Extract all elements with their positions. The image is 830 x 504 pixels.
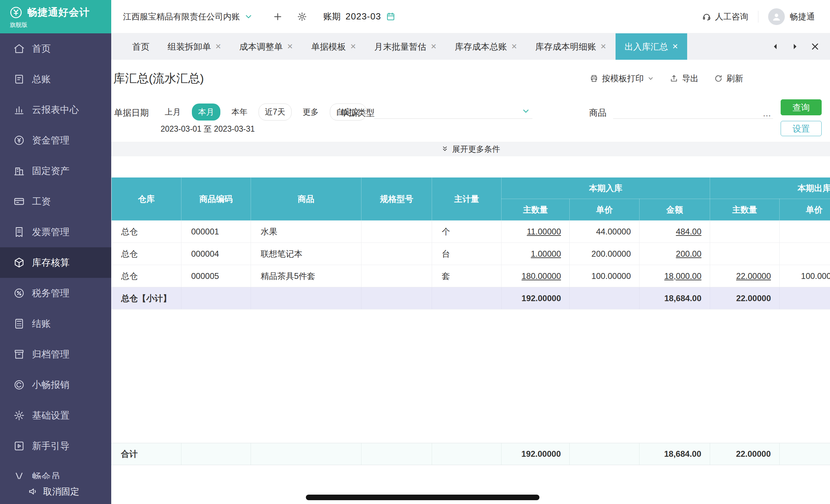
- tab-doc-template[interactable]: 单据模板✕: [302, 33, 365, 60]
- close-tab-icon[interactable]: ✕: [431, 42, 437, 51]
- table-cell: 总仓: [112, 265, 181, 287]
- settings-gear-button[interactable]: [297, 11, 307, 22]
- export-button[interactable]: 导出: [669, 73, 699, 84]
- gear-icon: [13, 410, 25, 421]
- brand-edition: 旗舰版: [9, 21, 111, 29]
- sidebar-item-cloud-reports[interactable]: 云报表中心: [0, 94, 111, 125]
- drill-down-link[interactable]: 1.00000: [502, 243, 570, 265]
- sidebar-item-reimbursement[interactable]: 小畅报销: [0, 370, 111, 400]
- tab-scroll-left-icon[interactable]: [771, 42, 780, 51]
- sidebar-item-label: 基础设置: [32, 409, 70, 422]
- sidebar-item-fixed-assets[interactable]: 固定资产: [0, 156, 111, 186]
- sidebar-item-inventory[interactable]: 库存核算: [0, 247, 111, 278]
- date-option-more[interactable]: 更多: [296, 104, 325, 121]
- sidebar-item-payroll[interactable]: 工资: [0, 186, 111, 217]
- page-content: 库汇总(流水汇总) 按模板打印 导出 刷新 单据日期: [111, 60, 830, 504]
- chevron-down-icon: [521, 107, 530, 116]
- sidebar-item-label: 工资: [32, 195, 51, 208]
- user-name[interactable]: 畅捷通: [790, 11, 815, 22]
- query-button[interactable]: 查询: [781, 99, 822, 115]
- date-option-this-year[interactable]: 本年: [225, 104, 254, 121]
- table-cell: [710, 243, 780, 265]
- expand-more-conditions[interactable]: 展开更多条件: [111, 142, 830, 156]
- table-cell: [361, 265, 432, 287]
- table-cell: [780, 221, 830, 243]
- period-value[interactable]: 2023-03: [345, 11, 381, 22]
- percent-icon: [13, 287, 25, 299]
- close-tab-icon[interactable]: ✕: [672, 42, 678, 51]
- sidebar-item-archive[interactable]: 归档管理: [0, 339, 111, 370]
- filter-settings-button[interactable]: 设置: [781, 121, 822, 136]
- table-cell: [361, 221, 432, 243]
- sidebar-item-label: 总账: [32, 73, 51, 85]
- sidebar-item-funds[interactable]: 资金管理: [0, 125, 111, 156]
- period-label: 账期: [323, 11, 341, 22]
- support-button[interactable]: 人工咨询: [702, 11, 748, 22]
- sidebar-item-label: 资金管理: [32, 134, 70, 147]
- table-body: 总仓000001水果个11.0000044.00000484.00总仓00000…: [112, 221, 830, 309]
- chevron-down-icon: [244, 12, 253, 21]
- tab-cost-adjustment[interactable]: 成本调整单✕: [230, 33, 302, 60]
- table-cell: 18,684.00: [640, 287, 710, 309]
- close-tab-icon[interactable]: ✕: [600, 42, 607, 51]
- sidebar-item-invoices[interactable]: 发票管理: [0, 217, 111, 247]
- table-cell: 192.00000: [501, 443, 569, 465]
- col-header: 商品编码: [181, 177, 251, 221]
- close-tab-icon[interactable]: ✕: [287, 42, 293, 51]
- close-tab-icon[interactable]: ✕: [350, 42, 356, 51]
- sidebar-item-settings[interactable]: 基础设置: [0, 400, 111, 431]
- tab-home[interactable]: 首页: [123, 33, 158, 60]
- close-tab-icon[interactable]: ✕: [215, 42, 221, 51]
- sidebar-item-label: 新手引导: [32, 440, 70, 452]
- table-cell: [569, 443, 639, 465]
- ellipsis-icon[interactable]: ...: [763, 111, 771, 116]
- doc-type-label: 单据类型: [340, 107, 375, 118]
- date-option-this-month[interactable]: 本月: [192, 104, 220, 121]
- table-cell: 192.00000: [502, 287, 570, 309]
- date-option-last-7-days[interactable]: 近7天: [259, 104, 292, 121]
- sidebar-item-label: 首页: [32, 42, 51, 55]
- home-icon: [13, 43, 25, 55]
- calendar-icon[interactable]: [386, 12, 396, 22]
- date-option-last-month[interactable]: 上月: [158, 104, 187, 121]
- drill-down-link[interactable]: 18,000.00: [640, 265, 710, 287]
- brand-logo[interactable]: 畅捷通好会计 旗舰版: [0, 0, 111, 33]
- tab-assembly-order[interactable]: 组装拆卸单✕: [158, 33, 230, 60]
- tab-label: 单据模板: [311, 41, 346, 52]
- product-input[interactable]: ...: [613, 103, 773, 119]
- doc-type-select[interactable]: [374, 103, 532, 119]
- main-area: 江西服宝精品有限责任公司内账 账期 2023-03 人工咨询 畅捷通 首页 组装…: [111, 0, 830, 504]
- topbar: 江西服宝精品有限责任公司内账 账期 2023-03 人工咨询 畅捷通: [111, 0, 830, 33]
- avatar[interactable]: [768, 8, 785, 25]
- sidebar: 畅捷通好会计 旗舰版 首页 总账 云报表中心 资金管理 固定资产 工资: [0, 0, 111, 504]
- tab-inventory-cost-detail[interactable]: 库存成本明细账✕: [526, 33, 616, 60]
- drill-down-link[interactable]: 484.00: [640, 221, 710, 243]
- sidebar-item-home[interactable]: 首页: [0, 33, 111, 64]
- add-button[interactable]: [272, 11, 283, 22]
- sidebar-item-general-ledger[interactable]: 总账: [0, 64, 111, 94]
- refresh-label: 刷新: [726, 73, 743, 84]
- unpin-sidebar-button[interactable]: 取消固定: [0, 479, 111, 504]
- tab-in-out-summary[interactable]: 出入库汇总✕: [616, 33, 687, 60]
- drill-down-link[interactable]: 11.00000: [502, 221, 570, 243]
- sidebar-item-closing[interactable]: 结账: [0, 308, 111, 339]
- print-by-template-button[interactable]: 按模板打印: [589, 73, 654, 84]
- table-cell: 总仓: [112, 221, 181, 243]
- company-selector[interactable]: 江西服宝精品有限责任公司内账: [123, 11, 253, 22]
- drill-down-link[interactable]: 180.00000: [502, 265, 570, 287]
- sidebar-item-tax[interactable]: 税务管理: [0, 278, 111, 308]
- refresh-button[interactable]: 刷新: [714, 73, 743, 84]
- sidebar-item-guide[interactable]: 新手引导: [0, 431, 111, 461]
- tab-scroll-right-icon[interactable]: [790, 42, 799, 51]
- tab-inventory-cost-ledger[interactable]: 库存成本总账✕: [446, 33, 526, 60]
- close-all-tabs-icon[interactable]: [810, 41, 820, 52]
- tab-month-end-estimate[interactable]: 月末批量暂估✕: [365, 33, 446, 60]
- drill-down-link[interactable]: 200.00: [640, 243, 710, 265]
- horizontal-scrollbar[interactable]: [306, 495, 539, 500]
- drill-down-link[interactable]: 22.00000: [710, 265, 780, 287]
- close-tab-icon[interactable]: ✕: [511, 42, 517, 51]
- col-header: 规格型号: [361, 177, 432, 221]
- person-icon: [771, 11, 782, 22]
- sidebar-item-label: 云报表中心: [32, 104, 79, 116]
- summary-table: 仓库 商品编码 商品 规格型号 主计量 本期入库 本期出库 主数量 单价 金额 …: [111, 177, 830, 309]
